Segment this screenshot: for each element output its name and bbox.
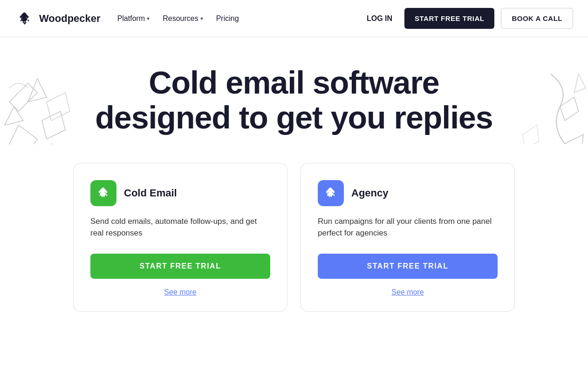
cold-email-card: Cold Email Send cold emails, automate fo…: [73, 163, 287, 312]
navbar-right: LOG IN START FREE TRIAL BOOK A CALL: [361, 8, 573, 29]
resources-chevron-icon: ▾: [200, 15, 203, 22]
hero-section: Cold email software designed to get you …: [0, 37, 588, 144]
agency-card-title: Agency: [351, 187, 388, 199]
nav-platform[interactable]: Platform ▾: [117, 14, 150, 23]
nav-resources[interactable]: Resources ▾: [163, 14, 203, 23]
cold-email-icon: [96, 186, 110, 200]
deco-left-illustration: [0, 65, 84, 144]
logo-link[interactable]: Woodpecker: [15, 9, 101, 28]
agency-card-desc: Run campaigns for all your clients from …: [318, 215, 498, 244]
start-free-trial-nav-button[interactable]: START FREE TRIAL: [404, 8, 494, 29]
agency-icon-bg: [318, 180, 344, 206]
logo-text: Woodpecker: [39, 13, 101, 25]
cold-email-card-title: Cold Email: [124, 187, 177, 199]
agency-trial-button[interactable]: START FREE TRIAL: [318, 254, 498, 279]
agency-card: Agency Run campaigns for all your client…: [301, 163, 515, 312]
cards-section: Cold Email Send cold emails, automate fo…: [0, 144, 588, 340]
woodpecker-logo-icon: [15, 9, 34, 28]
book-call-button[interactable]: BOOK A CALL: [501, 8, 573, 29]
agency-see-more-link[interactable]: See more: [318, 288, 498, 296]
nav-links: Platform ▾ Resources ▾ Pricing: [117, 14, 239, 23]
deco-right-illustration: [513, 69, 588, 144]
login-button[interactable]: LOG IN: [361, 11, 398, 27]
navbar: Woodpecker Platform ▾ Resources ▾ Pricin…: [0, 0, 588, 37]
cold-email-card-header: Cold Email: [90, 180, 270, 206]
platform-chevron-icon: ▾: [147, 15, 150, 22]
cold-email-see-more-link[interactable]: See more: [90, 288, 270, 296]
nav-pricing[interactable]: Pricing: [216, 14, 239, 23]
cold-email-card-desc: Send cold emails, automate follow-ups, a…: [90, 215, 270, 244]
agency-card-header: Agency: [318, 180, 498, 206]
cold-email-trial-button[interactable]: START FREE TRIAL: [90, 254, 270, 279]
cold-email-icon-bg: [90, 180, 116, 206]
agency-icon: [324, 186, 338, 200]
hero-title: Cold email software designed to get you …: [84, 65, 504, 135]
